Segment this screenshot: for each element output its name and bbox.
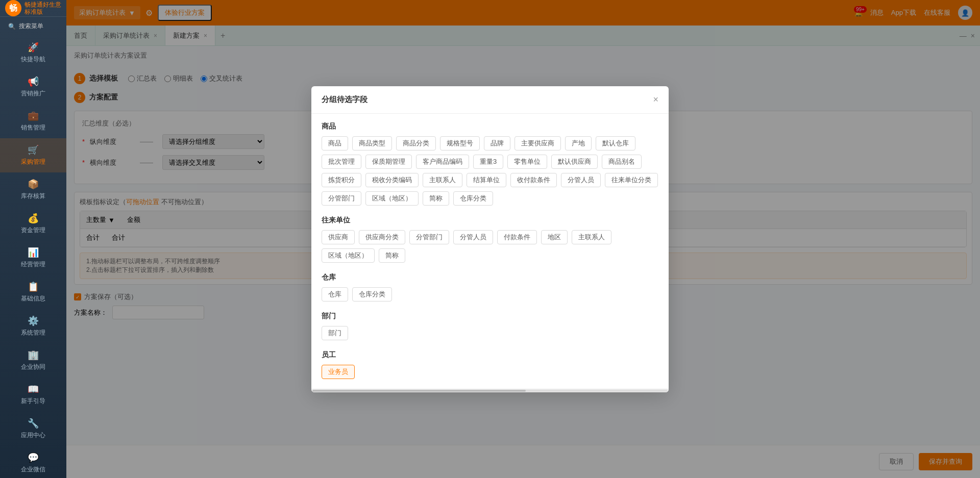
field-tag-product-18[interactable]: 结算单位 xyxy=(467,173,506,187)
search-icon: 🔍 xyxy=(8,23,16,30)
basic-icon: 📋 xyxy=(28,281,39,292)
scrollbar-thumb xyxy=(312,390,526,392)
field-tag-warehouse-0[interactable]: 仓库 xyxy=(322,287,348,301)
field-group-department-title: 部门 xyxy=(322,312,658,321)
field-tag-product-8[interactable]: 批次管理 xyxy=(322,155,361,169)
field-tag-partner-6[interactable]: 主联系人 xyxy=(572,230,611,244)
sidebar-item-purchase[interactable]: 🛒 采购管理 xyxy=(0,138,66,172)
sales-icon: 💼 xyxy=(28,110,39,121)
field-group-employee-title: 员工 xyxy=(322,350,658,360)
field-tag-product-13[interactable]: 默认供应商 xyxy=(551,155,598,169)
modal-close-button[interactable]: × xyxy=(653,94,658,105)
field-tag-employee-0[interactable]: 业务员 xyxy=(322,365,355,379)
field-tags-employee: 业务员 xyxy=(322,365,658,379)
field-group-partner-title: 往来单位 xyxy=(322,216,658,225)
field-tag-product-7[interactable]: 默认仓库 xyxy=(596,136,635,150)
operation-icon: 📊 xyxy=(28,247,39,258)
field-group-employee: 员工 业务员 xyxy=(322,350,658,379)
finance-icon: 💰 xyxy=(28,213,39,224)
wechat-icon: 💬 xyxy=(28,452,39,463)
sidebar-search[interactable]: 🔍 搜索菜单 xyxy=(0,17,66,36)
field-group-warehouse: 仓库 仓库 仓库分类 xyxy=(322,273,658,301)
field-tag-product-0[interactable]: 商品 xyxy=(322,136,348,150)
sidebar-item-quick-nav[interactable]: 🚀 快捷导航 xyxy=(0,36,66,70)
field-tag-product-17[interactable]: 主联系人 xyxy=(423,173,462,187)
field-tag-product-22[interactable]: 分管部门 xyxy=(322,191,361,206)
field-tag-product-1[interactable]: 商品类型 xyxy=(352,136,392,150)
field-tag-product-6[interactable]: 产地 xyxy=(565,136,592,150)
logo-icon: 畅 xyxy=(5,0,21,16)
field-tag-department-0[interactable]: 部门 xyxy=(322,326,348,340)
system-icon: ⚙️ xyxy=(28,315,39,326)
field-tags-product: 商品 商品类型 商品分类 规格型号 品牌 主要供应商 产地 默认仓库 批次管理 … xyxy=(322,136,658,206)
field-tag-product-23[interactable]: 区域（地区） xyxy=(365,191,419,206)
field-tag-partner-2[interactable]: 分管部门 xyxy=(409,230,449,244)
field-tag-product-19[interactable]: 收付款条件 xyxy=(510,173,557,187)
field-group-product: 商品 商品 商品类型 商品分类 规格型号 品牌 主要供应商 产地 默认仓库 批次… xyxy=(322,122,658,206)
sidebar-item-inventory[interactable]: 📦 库存核算 xyxy=(0,172,66,207)
sidebar-item-finance[interactable]: 💰 资金管理 xyxy=(0,207,66,241)
field-tag-product-21[interactable]: 往来单位分类 xyxy=(605,173,658,187)
quick-nav-icon: 🚀 xyxy=(28,42,39,53)
field-tag-partner-8[interactable]: 简称 xyxy=(379,248,405,263)
field-tag-product-2[interactable]: 商品分类 xyxy=(396,136,436,150)
field-tag-product-3[interactable]: 规格型号 xyxy=(440,136,480,150)
modal-header: 分组待选字段 × xyxy=(311,86,669,114)
field-group-department: 部门 部门 xyxy=(322,312,658,340)
field-group-partner: 往来单位 供应商 供应商分类 分管部门 分管人员 付款条件 地区 主联系人 区域… xyxy=(322,216,658,263)
field-tag-partner-4[interactable]: 付款条件 xyxy=(497,230,537,244)
scrollbar-track xyxy=(312,390,668,392)
field-tags-warehouse: 仓库 仓库分类 xyxy=(322,287,658,301)
field-tag-product-25[interactable]: 仓库分类 xyxy=(453,191,493,206)
marketing-icon: 📢 xyxy=(28,76,39,87)
sidebar-item-operation[interactable]: 📊 经营管理 xyxy=(0,241,66,275)
field-tags-department: 部门 xyxy=(322,326,658,340)
field-tag-partner-5[interactable]: 地区 xyxy=(541,230,568,244)
sidebar-item-basic[interactable]: 📋 基础信息 xyxy=(0,275,66,309)
field-group-product-title: 商品 xyxy=(322,122,658,131)
purchase-icon: 🛒 xyxy=(28,144,39,156)
field-tag-product-24[interactable]: 简称 xyxy=(423,191,449,206)
guide-icon: 📖 xyxy=(28,384,39,395)
field-tag-product-11[interactable]: 重量3 xyxy=(473,155,503,169)
field-tag-warehouse-1[interactable]: 仓库分类 xyxy=(352,287,392,301)
modal-scrollbar[interactable] xyxy=(311,389,669,392)
sidebar: 畅 畅捷通好生意 标准版 🔍 搜索菜单 🚀 快捷导航 📢 营销推广 💼 销售管理… xyxy=(0,0,66,478)
modal-body[interactable]: 商品 商品 商品类型 商品分类 规格型号 品牌 主要供应商 产地 默认仓库 批次… xyxy=(311,114,669,389)
field-tag-partner-0[interactable]: 供应商 xyxy=(322,230,355,244)
sidebar-logo: 畅 畅捷通好生意 标准版 xyxy=(0,0,66,17)
field-group-warehouse-title: 仓库 xyxy=(322,273,658,282)
field-tag-product-15[interactable]: 拣货积分 xyxy=(322,173,361,187)
modal: 分组待选字段 × 商品 商品 商品类型 商品分类 规格型号 品牌 主要供应商 产… xyxy=(311,86,669,392)
sidebar-item-wechat[interactable]: 💬 企业微信 xyxy=(0,446,66,478)
field-tag-partner-3[interactable]: 分管人员 xyxy=(453,230,493,244)
corp-icon: 🏢 xyxy=(28,349,39,361)
field-tags-partner: 供应商 供应商分类 分管部门 分管人员 付款条件 地区 主联系人 区域（地区） … xyxy=(322,230,658,263)
field-tag-product-12[interactable]: 零售单位 xyxy=(507,155,547,169)
sidebar-item-marketing[interactable]: 📢 营销推广 xyxy=(0,70,66,104)
sidebar-item-guide[interactable]: 📖 新手引导 xyxy=(0,378,66,412)
inventory-icon: 📦 xyxy=(28,179,39,190)
modal-title: 分组待选字段 xyxy=(322,95,368,105)
app-center-icon: 🔧 xyxy=(28,418,39,429)
field-tag-product-9[interactable]: 保质期管理 xyxy=(365,155,412,169)
sidebar-item-corp[interactable]: 🏢 企业协同 xyxy=(0,343,66,378)
sidebar-item-system[interactable]: ⚙️ 系统管理 xyxy=(0,309,66,343)
logo-text: 畅捷通好生意 标准版 xyxy=(24,1,61,16)
field-tag-product-10[interactable]: 客户商品编码 xyxy=(416,155,469,169)
field-tag-product-5[interactable]: 主要供应商 xyxy=(514,136,561,150)
field-tag-partner-1[interactable]: 供应商分类 xyxy=(359,230,405,244)
field-tag-product-4[interactable]: 品牌 xyxy=(484,136,510,150)
field-tag-product-14[interactable]: 商品别名 xyxy=(602,155,642,169)
field-tag-product-16[interactable]: 税收分类编码 xyxy=(365,173,419,187)
field-tag-partner-7[interactable]: 区域（地区） xyxy=(322,248,375,263)
field-tag-product-20[interactable]: 分管人员 xyxy=(561,173,601,187)
sidebar-item-app-center[interactable]: 🔧 应用中心 xyxy=(0,412,66,446)
sidebar-item-sales[interactable]: 💼 销售管理 xyxy=(0,104,66,138)
